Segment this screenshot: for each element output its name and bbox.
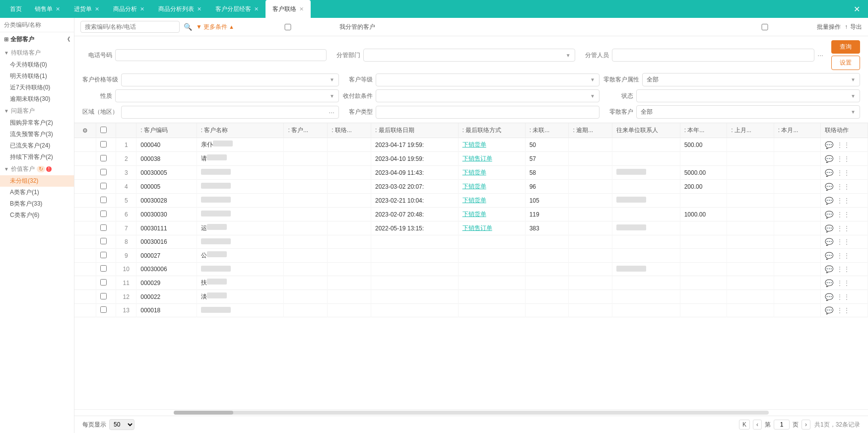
contact-method-link[interactable]: 下销货单 [463,211,486,217]
first-page-button[interactable]: K [739,420,750,430]
message-icon[interactable]: 💬 [825,224,833,232]
col-code[interactable]: : 客户编码 [136,123,197,138]
more-actions-icon[interactable]: ⋮⋮ [836,238,850,246]
close-customer-contact-tab[interactable]: ✕ [299,6,304,12]
cell-last-contact-method[interactable]: 下销货单 [458,208,525,221]
sidebar-group-pending[interactable]: ▼ 待联络客户 [0,47,74,59]
cell-checkbox[interactable] [96,166,116,180]
col-last-contact-date[interactable]: : 最后联络日期 [371,123,458,138]
settings-icon[interactable]: ⚙ [78,127,92,134]
message-icon[interactable]: 💬 [825,155,833,163]
scrollbar-thumb[interactable] [174,411,233,415]
close-analysis-list-tab[interactable]: ✕ [197,6,201,12]
row-checkbox[interactable] [100,211,107,217]
cell-checkbox[interactable] [96,180,116,194]
message-icon[interactable]: 💬 [825,293,833,301]
reset-button[interactable]: 设置 [831,56,860,70]
tab-customer-seg[interactable]: 客户分层经客 ✕ [208,0,266,18]
col-settings[interactable]: ⚙ [74,123,96,138]
more-actions-icon[interactable]: ⋮⋮ [836,306,850,314]
cell-last-contact-method[interactable]: 下销售订单 [458,221,525,235]
region-ellipsis[interactable]: ··· [329,108,334,116]
search-button[interactable]: 🔍 [184,23,192,31]
horizontal-scrollbar[interactable] [174,411,769,415]
tab-home[interactable]: 首页 [4,0,28,18]
cell-last-contact-method[interactable] [458,235,525,249]
tab-sales[interactable]: 销售单 ✕ [28,0,67,18]
more-actions-icon[interactable]: ⋮⋮ [836,183,850,191]
my-customer-check[interactable] [238,24,337,30]
sidebar-group-problem[interactable]: ▼ 问题客户 [0,105,74,117]
contact-method-link[interactable]: 下销售订单 [463,224,492,231]
query-button[interactable]: 查询 [831,40,860,54]
dept-select[interactable]: ▼ [363,49,575,62]
row-checkbox[interactable] [100,141,107,147]
sidebar-item-week-pending[interactable]: 近7天待联络(0) [0,82,74,93]
cell-checkbox[interactable] [96,235,116,249]
message-icon[interactable]: 💬 [825,141,833,149]
tab-purchase[interactable]: 进货单 ✕ [67,0,106,18]
retail-attr-select[interactable]: 全部 ▼ [642,73,860,86]
cell-checkbox[interactable] [96,194,116,208]
message-icon[interactable]: 💬 [825,211,833,218]
row-checkbox[interactable] [100,169,107,175]
cell-checkbox[interactable] [96,290,116,304]
page-number-input[interactable] [774,420,790,430]
phone-input[interactable] [115,49,327,61]
cell-last-contact-method[interactable] [458,290,525,304]
message-icon[interactable]: 💬 [825,169,833,177]
row-checkbox[interactable] [100,224,107,231]
value-refresh-badge[interactable]: ↻ [37,166,45,172]
sidebar-search-input[interactable] [4,21,74,28]
more-actions-icon[interactable]: ⋮⋮ [836,293,850,301]
col-last-month[interactable]: : 上月... [727,123,774,138]
person-ellipsis[interactable]: ··· [817,51,823,59]
cell-checkbox[interactable] [96,249,116,263]
customer-level-select[interactable]: ▼ [376,73,600,86]
message-icon[interactable]: 💬 [825,279,833,287]
close-customer-seg-tab[interactable]: ✕ [254,6,259,12]
row-checkbox[interactable] [100,306,107,313]
nature-select[interactable]: ▼ [115,89,339,102]
sidebar-item-churn-warning[interactable]: 流失预警客户(3) [0,129,74,140]
more-actions-icon[interactable]: ⋮⋮ [836,155,850,163]
cell-last-contact-method[interactable]: 下销货单 [458,138,525,152]
close-analysis-tab[interactable]: ✕ [140,6,144,12]
more-actions-icon[interactable]: ⋮⋮ [836,279,850,287]
contact-method-link[interactable]: 下销货单 [463,197,486,204]
contact-method-link[interactable]: 下销售订单 [463,155,492,162]
more-actions-icon[interactable]: ⋮⋮ [836,197,850,205]
sidebar-group-value[interactable]: ▼ 价值客户 ↻ ! [0,163,74,175]
cell-last-contact-method[interactable] [458,263,525,276]
row-checkbox[interactable] [100,252,107,258]
price-level-select[interactable]: ▼ [121,73,339,86]
sidebar-item-overdue-pending[interactable]: 逾期未联络(30) [0,93,74,105]
more-actions-icon[interactable]: ⋮⋮ [836,211,850,218]
col-checkbox[interactable] [96,123,116,138]
col-name[interactable]: : 客户名称 [197,123,284,138]
payment-select[interactable]: ▼ [376,89,600,102]
more-actions-icon[interactable]: ⋮⋮ [836,141,850,149]
next-page-button[interactable]: › [801,420,810,430]
sidebar-item-churned[interactable]: 已流失客户(24) [0,140,74,151]
cell-last-contact-method[interactable] [458,304,525,317]
contact-method-link[interactable]: 下销货单 [463,141,486,148]
search-input[interactable] [80,21,180,33]
cell-checkbox[interactable] [96,221,116,235]
select-all-checkbox[interactable] [100,127,107,133]
more-actions-icon[interactable]: ⋮⋮ [836,265,850,273]
more-actions-icon[interactable]: ⋮⋮ [836,169,850,177]
sidebar-item-class-b[interactable]: B类客户(33) [0,198,74,210]
row-checkbox[interactable] [100,265,107,272]
row-checkbox[interactable] [100,197,107,203]
row-checkbox[interactable] [100,183,107,189]
col-category[interactable]: : 客户... [284,123,328,138]
more-actions-icon[interactable]: ⋮⋮ [836,252,850,260]
person-select[interactable] [612,49,815,62]
message-icon[interactable]: 💬 [825,238,833,246]
cell-last-contact-method[interactable]: 下销货单 [458,180,525,194]
close-purchase-tab[interactable]: ✕ [95,6,99,12]
col-overdue[interactable]: : 逾期... [569,123,612,138]
window-close-button[interactable]: ✕ [850,4,864,14]
col-last-contact-method[interactable]: : 最后联络方式 [458,123,525,138]
